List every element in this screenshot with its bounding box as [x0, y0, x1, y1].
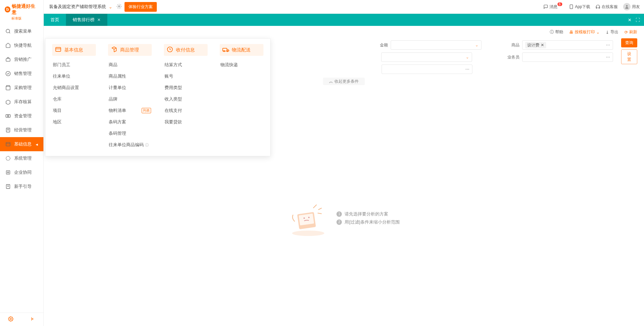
sidebar-item-search-menu[interactable]: 搜索菜单 — [0, 24, 43, 38]
sidebar-item-basic-info[interactable]: 基础信息◂ — [0, 137, 43, 151]
message-button[interactable]: 消息 6 — [543, 4, 564, 10]
svg-point-14 — [7, 172, 9, 173]
mega-item-往来单位商品编码[interactable]: 往来单位商品编码 ⓘ — [108, 139, 152, 151]
mega-item-物流快递[interactable]: 物流快递 — [220, 59, 263, 71]
gear-icon[interactable] — [0, 313, 22, 326]
svg-point-18 — [118, 6, 120, 7]
tabbar: 首页销售排行榜✕ ✕ ⛶ — [44, 14, 644, 26]
svg-rect-30 — [299, 213, 314, 226]
sidebar-item-system[interactable]: 系统管理 — [0, 151, 43, 165]
filter-label-product: 商品 — [503, 42, 520, 48]
chevron-left-icon: ◂ — [36, 142, 38, 147]
refresh-button[interactable]: ⟳ 刷新 — [624, 29, 637, 35]
mega-head: 收付信息 — [164, 44, 208, 56]
mega-item-部门员工[interactable]: 部门员工 — [52, 59, 96, 71]
app-download-button[interactable]: App下载 — [569, 4, 590, 10]
svg-point-16 — [10, 318, 11, 320]
extra-input[interactable]: ⋯ — [382, 65, 472, 74]
sidebar-item-label: 经营管理 — [14, 127, 32, 133]
mega-item-收入类型[interactable]: 收入类型 — [164, 93, 208, 105]
mega-item-仓库[interactable]: 仓库 — [52, 93, 96, 105]
sidebar-item-purchase[interactable]: 采购管理 — [0, 81, 43, 95]
help-button[interactable]: ⓘ 帮助 — [550, 29, 563, 35]
mega-item-条码管理[interactable]: 条码管理 — [108, 128, 152, 139]
workspace-selector[interactable]: 装备及固定资产辅助管理系统 ⌄ — [48, 2, 114, 11]
sidebar: b 畅捷通好生意 标准版 搜索菜单快捷导航营销推广销售管理采购管理库存核算资金管… — [0, 0, 44, 326]
logo-sub: 标准版 — [11, 16, 22, 21]
sidebar-item-funds[interactable]: 资金管理 — [0, 109, 43, 123]
mega-item-条码方案[interactable]: 条码方案 — [108, 116, 152, 128]
mega-col-0: 基本信息部门员工 往来单位 允销商品设置 仓库 项目 地区 — [52, 44, 96, 151]
collapse-icon[interactable] — [22, 313, 44, 326]
amount-select[interactable]: ⌄ — [391, 40, 481, 50]
product-chip[interactable]: 设计费 ✕ — [525, 42, 546, 48]
mega-item-地区[interactable]: 地区 — [52, 116, 96, 128]
mega-item-品牌[interactable]: 品牌 — [108, 93, 152, 105]
svg-point-21 — [626, 5, 628, 7]
svg-point-31 — [303, 217, 305, 219]
mega-item-往来单位[interactable]: 往来单位 — [52, 71, 96, 82]
logo-text: 畅捷通好生意 — [12, 3, 39, 15]
tab-首页[interactable]: 首页 — [44, 14, 66, 26]
svg-rect-10 — [6, 142, 10, 146]
tab-销售排行榜[interactable]: 销售排行榜✕ — [66, 14, 107, 26]
close-all-icon[interactable]: ✕ — [628, 17, 632, 23]
mega-item-账号[interactable]: 账号 — [164, 71, 208, 82]
mega-head-icon — [55, 46, 62, 54]
product-input[interactable]: 设计费 ✕ ⋯ — [522, 40, 613, 50]
sidebar-item-label: 库存核算 — [14, 99, 32, 105]
mega-item-费用类型[interactable]: 费用类型 — [164, 82, 208, 93]
svg-rect-2 — [6, 58, 10, 61]
mega-item-允销商品设置[interactable]: 允销商品设置 — [52, 82, 96, 93]
svg-point-28 — [292, 231, 324, 236]
tab-label: 首页 — [50, 17, 59, 23]
sidebar-item-label: 营销推广 — [14, 56, 32, 63]
sidebar-item-quicknav[interactable]: 快捷导航 — [0, 38, 43, 52]
sidebar-item-collab[interactable]: 企业协同 — [0, 165, 43, 179]
industry-plan-button[interactable]: 体验行业方案 — [124, 2, 157, 12]
settings-icon[interactable] — [116, 4, 122, 10]
mega-item-商品属性[interactable]: 商品属性 — [108, 71, 152, 82]
svg-rect-13 — [6, 171, 10, 174]
collab-icon — [5, 170, 11, 175]
avatar-icon — [623, 3, 631, 10]
mega-item-在线支付[interactable]: 在线支付 — [164, 105, 208, 116]
sidebar-item-guide[interactable]: 新手引导 — [0, 179, 43, 194]
service-label: 在线客服 — [602, 4, 618, 10]
sidebar-item-label: 系统管理 — [14, 155, 32, 161]
print-button[interactable]: 🖶 按模板打印 ⌄ — [569, 29, 600, 35]
sidebar-item-marketing[interactable]: 营销推广 — [0, 52, 43, 67]
salesperson-input[interactable]: ⋯ — [522, 52, 613, 62]
message-label: 消息 — [549, 4, 558, 10]
sidebar-item-inventory[interactable]: 库存核算 — [0, 95, 43, 109]
sidebar-item-label: 销售管理 — [14, 71, 32, 77]
export-button[interactable]: ⤓ 导出 — [606, 29, 618, 35]
blank-select[interactable]: ⌄ — [381, 52, 472, 62]
download-label: App下载 — [575, 4, 590, 10]
mega-item-项目[interactable]: 项目 — [52, 105, 96, 116]
sidebar-item-business[interactable]: 经营管理 — [0, 123, 43, 137]
svg-point-6 — [7, 115, 9, 117]
mega-item-结算方式[interactable]: 结算方式 — [164, 59, 208, 71]
mega-col-3: 物流配送物流快递 — [220, 44, 263, 151]
sidebar-item-label: 快捷导航 — [14, 42, 32, 48]
actions-row: ⓘ 帮助 🖶 按模板打印 ⌄ ⤓ 导出 ⟳ 刷新 — [45, 26, 643, 38]
user-menu[interactable]: 用友 — [623, 3, 640, 10]
online-service-button[interactable]: 在线客服 — [596, 4, 618, 10]
sales-icon — [5, 71, 11, 76]
svg-point-3 — [6, 71, 10, 76]
mega-item-物料清单[interactable]: 物料清单 列表 — [108, 105, 152, 116]
mega-item-计量单位[interactable]: 计量单位 — [108, 82, 152, 93]
query-button[interactable]: 查询 — [621, 38, 637, 47]
list-tag: 列表 — [142, 108, 151, 113]
mega-item-商品[interactable]: 商品 — [108, 59, 152, 71]
settings-button[interactable]: 设置 — [621, 49, 637, 64]
mega-head-icon — [167, 46, 173, 54]
topbar: 装备及固定资产辅助管理系统 ⌄ 体验行业方案 消息 6 App下载 — [44, 0, 644, 14]
close-icon[interactable]: ✕ — [97, 17, 101, 22]
mega-item-我要贷款[interactable]: 我要贷款 — [164, 116, 208, 128]
help-icon[interactable]: ⓘ — [145, 143, 149, 147]
sidebar-item-sales[interactable]: 销售管理 — [0, 67, 43, 81]
sidebar-item-label: 资金管理 — [14, 113, 32, 119]
fullscreen-icon[interactable]: ⛶ — [636, 17, 640, 23]
